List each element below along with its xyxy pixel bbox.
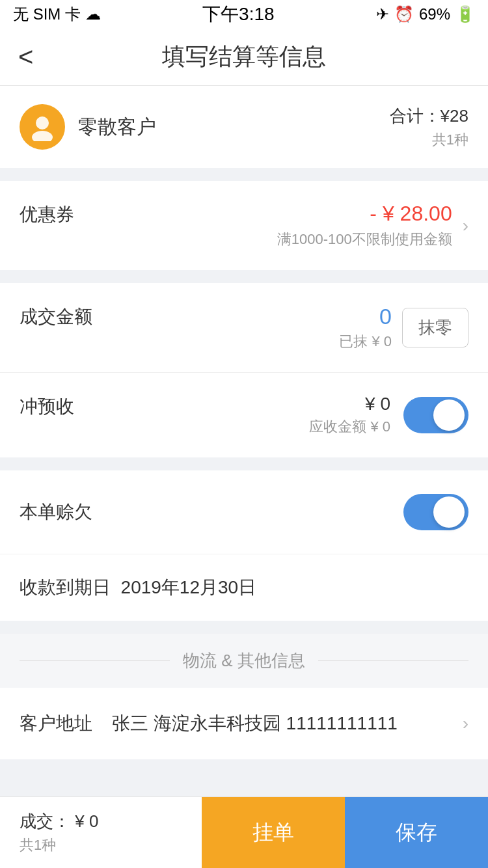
customer-right: 合计：¥28 共1种 (390, 105, 468, 150)
due-date-row: 收款到期日 2019年12月30日 (0, 554, 488, 621)
coupon-row[interactable]: 优惠券 - ¥ 28.00 满1000-100不限制使用金额 › (0, 181, 488, 270)
prepayment-toggle[interactable] (403, 397, 468, 433)
back-button[interactable]: < (18, 42, 33, 72)
page-title: 填写结算等信息 (162, 41, 326, 73)
coupon-value-block: - ¥ 28.00 满1000-100不限制使用金额 (277, 202, 452, 249)
prepayment-right: ¥ 0 应收金额 ¥ 0 (309, 394, 468, 437)
prepayment-sub-value: 应收金额 ¥ 0 (309, 417, 390, 437)
transaction-sub: 已抹 ¥ 0 (339, 332, 392, 351)
coupon-right: - ¥ 28.00 满1000-100不限制使用金额 › (277, 202, 468, 249)
bottom-trans-label: 成交： (20, 811, 70, 831)
customer-name: 零散客户 (78, 114, 156, 141)
bottom-bar: 成交： ¥ 0 共1种 挂单 保存 (0, 796, 488, 868)
status-time: 下午3:18 (202, 2, 275, 27)
bottom-count: 共1种 (20, 835, 182, 855)
svg-point-1 (32, 131, 53, 141)
coupon-chevron-icon: › (463, 215, 468, 236)
status-bar: 无 SIM 卡 ☁ 下午3:18 ✈ ⏰ 69% 🔋 (0, 0, 488, 29)
svg-point-0 (36, 116, 49, 129)
transaction-amount-row: 成交金额 0 已抹 ¥ 0 抹零 (0, 283, 488, 373)
due-date-label: 收款到期日 (20, 577, 111, 597)
logistics-line-left (20, 660, 170, 661)
coupon-label: 优惠券 (20, 202, 74, 227)
coupon-discount: - ¥ 28.00 (277, 202, 452, 226)
address-row[interactable]: 客户地址 张三 海淀永丰科技园 11111111111 › (0, 688, 488, 759)
prepayment-label: 冲预收 (20, 394, 74, 419)
save-button[interactable]: 保存 (345, 797, 488, 869)
address-section: 客户地址 张三 海淀永丰科技园 11111111111 › (0, 688, 488, 759)
prepayment-main-value: ¥ 0 (309, 394, 390, 414)
coupon-section: 优惠券 - ¥ 28.00 满1000-100不限制使用金额 › (0, 181, 488, 270)
transaction-section: 成交金额 0 已抹 ¥ 0 抹零 冲预收 ¥ 0 应收金额 ¥ 0 (0, 283, 488, 457)
transaction-label: 成交金额 (20, 304, 92, 329)
hang-order-button[interactable]: 挂单 (202, 797, 345, 869)
location-icon: ✈ (376, 5, 389, 23)
bottom-transaction: 成交： ¥ 0 (20, 810, 182, 833)
logistics-header: 物流 & 其他信息 (0, 634, 488, 688)
due-date-value: 2019年12月30日 (121, 577, 257, 597)
no-sim-text: 无 SIM 卡 ☁ (13, 4, 101, 25)
address-chevron-icon: › (463, 713, 468, 734)
own-debt-section: 本单赊欠 收款到期日 2019年12月30日 (0, 470, 488, 621)
own-debt-toggle[interactable] (403, 494, 468, 530)
prepayment-values: ¥ 0 应收金额 ¥ 0 (309, 394, 390, 437)
customer-total: 合计：¥28 (390, 105, 468, 128)
battery-text: 69% (419, 5, 450, 23)
transaction-value: 0 (339, 304, 392, 329)
prepayment-row: 冲预收 ¥ 0 应收金额 ¥ 0 (0, 373, 488, 457)
content-area: 零散客户 合计：¥28 共1种 优惠券 - ¥ 28.00 满1000-100不… (0, 86, 488, 850)
customer-left: 零散客户 (20, 104, 156, 150)
bottom-info: 成交： ¥ 0 共1种 (0, 810, 202, 855)
transaction-right: 0 已抹 ¥ 0 抹零 (339, 304, 468, 351)
transaction-value-block: 0 已抹 ¥ 0 (339, 304, 392, 351)
address-label: 客户地址 (20, 711, 92, 736)
customer-count: 共1种 (390, 130, 468, 150)
coupon-description: 满1000-100不限制使用金额 (277, 230, 452, 249)
bottom-trans-value: ¥ 0 (75, 811, 98, 831)
status-left: 无 SIM 卡 ☁ (13, 4, 101, 25)
due-date-text: 收款到期日 2019年12月30日 (20, 577, 256, 597)
logistics-title: 物流 & 其他信息 (183, 649, 305, 672)
customer-row: 零散客户 合计：¥28 共1种 (0, 86, 488, 168)
debt-toggle-thumb (433, 496, 465, 528)
battery-icon: 🔋 (455, 5, 475, 23)
status-right: ✈ ⏰ 69% 🔋 (376, 5, 475, 23)
customer-avatar (20, 104, 65, 150)
alarm-icon: ⏰ (394, 5, 414, 23)
address-value: 张三 海淀永丰科技园 11111111111 (112, 711, 463, 736)
nav-bar: < 填写结算等信息 (0, 29, 488, 86)
logistics-line-right (318, 660, 468, 661)
round-zero-button[interactable]: 抹零 (402, 308, 468, 347)
debt-label: 本单赊欠 (20, 500, 92, 524)
debt-row: 本单赊欠 (0, 470, 488, 554)
toggle-thumb (433, 400, 465, 431)
